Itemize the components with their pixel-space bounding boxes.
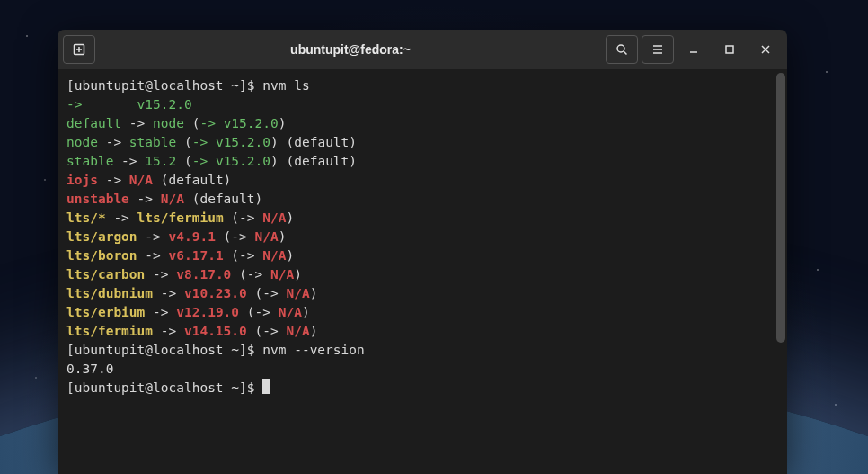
prompt: [ubuntupit@localhost ~]$ (66, 78, 262, 93)
command: nvm --version (262, 343, 365, 357)
output-current: -> v15.2.0 (66, 95, 778, 114)
output-node: node -> stable (-> v15.2.0) (default) (66, 133, 778, 152)
titlebar: ubuntupit@fedora:~ (58, 30, 787, 69)
search-button[interactable] (606, 35, 638, 64)
output-lts-star: lts/* -> lts/fermium (-> N/A) (66, 209, 778, 228)
prompt: [ubuntupit@localhost ~]$ (66, 380, 262, 395)
close-button[interactable] (749, 35, 782, 64)
output-iojs: iojs -> N/A (default) (66, 171, 778, 190)
cursor (262, 379, 270, 394)
command: nvm ls (262, 78, 309, 93)
output-stable: stable -> 15.2 (-> v15.2.0) (default) (66, 152, 778, 171)
prompt: [ubuntupit@localhost ~]$ (66, 343, 262, 357)
new-tab-button[interactable] (63, 35, 95, 64)
output-lts-argon: lts/argon -> v4.9.1 (-> N/A) (66, 228, 778, 246)
version-output: 0.37.0 (66, 360, 778, 379)
maximize-button[interactable] (713, 35, 746, 64)
output-lts-erbium: lts/erbium -> v12.19.0 (-> N/A) (66, 303, 778, 322)
output-lts-carbon: lts/carbon -> v8.17.0 (-> N/A) (66, 265, 778, 284)
menu-button[interactable] (642, 35, 674, 64)
scrollbar-thumb[interactable] (776, 73, 785, 343)
prompt-line-1: [ubuntupit@localhost ~]$ nvm ls (66, 76, 778, 95)
svg-rect-9 (726, 46, 733, 53)
prompt-line-3: [ubuntupit@localhost ~]$ (66, 379, 778, 398)
output-lts-dubnium: lts/dubnium -> v10.23.0 (-> N/A) (66, 284, 778, 303)
svg-point-3 (617, 45, 624, 52)
terminal-window: ubuntupit@fedora:~ [ubuntupit@localhost … (58, 30, 787, 474)
output-default: default -> node (-> v15.2.0) (66, 114, 778, 133)
svg-line-4 (624, 51, 627, 55)
prompt-line-2: [ubuntupit@localhost ~]$ nvm --version (66, 341, 778, 360)
minimize-button[interactable] (678, 35, 710, 64)
output-unstable: unstable -> N/A (default) (66, 190, 778, 209)
window-title: ubuntupit@fedora:~ (99, 42, 602, 57)
terminal-content[interactable]: [ubuntupit@localhost ~]$ nvm ls -> v15.2… (58, 69, 787, 474)
output-lts-boron: lts/boron -> v6.17.1 (-> N/A) (66, 246, 778, 265)
output-lts-fermium: lts/fermium -> v14.15.0 (-> N/A) (66, 322, 778, 341)
